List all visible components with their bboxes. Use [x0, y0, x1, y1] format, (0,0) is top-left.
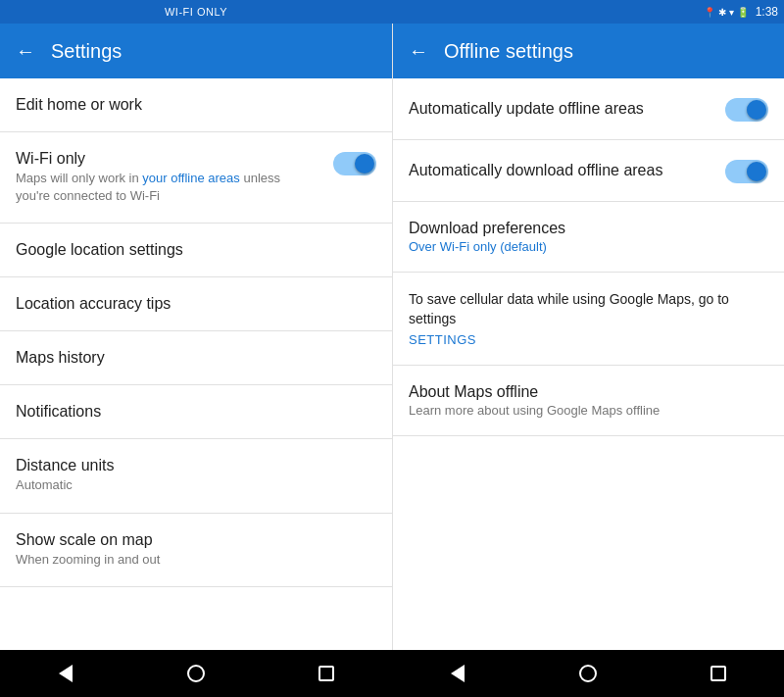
download-prefs-title: Download preferences	[409, 220, 768, 237]
offline-item-auto-update[interactable]: Automatically update offline areas	[393, 78, 784, 140]
offline-item-auto-download[interactable]: Automatically download offline areas	[393, 140, 784, 202]
offline-back-button[interactable]: ←	[409, 40, 428, 63]
location-accuracy-title: Location accuracy tips	[16, 295, 376, 313]
about-offline-title: About Maps offline	[409, 383, 768, 401]
bluetooth-icon: ✱	[718, 7, 726, 18]
right-recents-button[interactable]	[699, 654, 738, 693]
left-home-icon	[187, 665, 205, 682]
wifi-only-label: WI-FI ONLY	[165, 6, 227, 18]
maps-history-title: Maps history	[16, 349, 376, 367]
settings-item-wifi-only[interactable]: Wi-Fi only Maps will only work in your o…	[0, 132, 392, 224]
right-home-button[interactable]	[568, 654, 608, 693]
show-scale-title: Show scale on map	[16, 531, 376, 549]
offline-list: Automatically update offline areas Autom…	[393, 78, 784, 650]
settings-item-google-location[interactable]: Google location settings	[0, 224, 392, 277]
about-offline-desc: Learn more about using Google Maps offli…	[409, 403, 768, 418]
settings-title: Settings	[51, 40, 122, 63]
notifications-title: Notifications	[16, 403, 376, 421]
right-back-button[interactable]	[438, 654, 477, 693]
offline-title: Offline settings	[444, 40, 573, 63]
distance-units-title: Distance units	[16, 457, 376, 474]
offline-item-save-cellular[interactable]: To save cellular data while using Google…	[393, 273, 784, 366]
wifi-only-text: Wi-Fi only Maps will only work in your o…	[16, 150, 333, 205]
auto-update-title: Automatically update offline areas	[409, 100, 725, 118]
offline-settings-panel: ← Offline settings Automatically update …	[392, 24, 784, 650]
offline-header: ← Offline settings	[393, 24, 784, 78]
left-back-icon	[59, 665, 73, 682]
wifi-only-toggle-thumb	[355, 154, 374, 174]
left-nav-section	[0, 650, 392, 697]
left-recents-icon	[318, 666, 334, 681]
settings-panel: ← Settings Edit home or work Wi-Fi only …	[0, 24, 392, 650]
distance-units-subtitle: Automatic	[16, 476, 376, 494]
left-recents-button[interactable]	[307, 654, 346, 693]
settings-item-location-accuracy[interactable]: Location accuracy tips	[0, 277, 392, 331]
auto-download-toggle[interactable]	[725, 160, 768, 183]
offline-item-about[interactable]: About Maps offline Learn more about usin…	[393, 366, 784, 436]
show-scale-subtitle: When zooming in and out	[16, 551, 376, 569]
settings-back-button[interactable]: ←	[16, 40, 35, 63]
left-home-button[interactable]	[176, 654, 216, 693]
wifi-only-subtitle: Maps will only work in your offline area…	[16, 170, 318, 205]
status-bar: WI-FI ONLY 📍 ✱ ▾ 🔋 1:38	[0, 0, 784, 24]
wifi-only-title: Wi-Fi only	[16, 150, 318, 168]
offline-areas-link[interactable]: your offline areas	[142, 171, 240, 185]
settings-link[interactable]: SETTINGS	[409, 332, 768, 347]
right-recents-icon	[710, 666, 726, 681]
wifi-only-toggle[interactable]	[333, 152, 376, 175]
right-back-icon	[451, 665, 465, 682]
navigation-bar	[0, 650, 784, 697]
edit-home-work-title: Edit home or work	[16, 96, 376, 114]
google-location-title: Google location settings	[16, 241, 376, 259]
right-nav-section	[392, 650, 784, 697]
settings-item-edit-home-work[interactable]: Edit home or work	[0, 78, 392, 132]
auto-download-title: Automatically download offline areas	[409, 162, 725, 179]
auto-update-toggle[interactable]	[725, 98, 768, 122]
offline-item-download-prefs[interactable]: Download preferences Over Wi-Fi only (de…	[393, 202, 784, 273]
main-content: ← Settings Edit home or work Wi-Fi only …	[0, 24, 784, 650]
status-bar-right: 📍 ✱ ▾ 🔋 1:38	[392, 0, 784, 24]
status-icons: 📍 ✱ ▾ 🔋 1:38	[704, 5, 778, 19]
settings-item-maps-history[interactable]: Maps history	[0, 331, 392, 385]
location-icon: 📍	[704, 7, 715, 18]
battery-icon: 🔋	[737, 7, 749, 18]
settings-item-notifications[interactable]: Notifications	[0, 385, 392, 439]
save-cellular-body: To save cellular data while using Google…	[409, 290, 768, 328]
time-display: 1:38	[756, 5, 778, 19]
right-home-icon	[579, 665, 597, 682]
settings-header: ← Settings	[0, 24, 392, 78]
status-bar-left: WI-FI ONLY	[0, 0, 392, 24]
settings-item-distance-units[interactable]: Distance units Automatic	[0, 439, 392, 513]
wifi-icon: ▾	[729, 7, 734, 18]
auto-update-toggle-thumb	[747, 100, 766, 120]
settings-item-show-scale[interactable]: Show scale on map When zooming in and ou…	[0, 514, 392, 587]
download-prefs-subtitle: Over Wi-Fi only (default)	[409, 239, 768, 254]
auto-download-toggle-thumb	[747, 162, 766, 181]
left-back-button[interactable]	[46, 654, 85, 693]
settings-list: Edit home or work Wi-Fi only Maps will o…	[0, 78, 392, 650]
